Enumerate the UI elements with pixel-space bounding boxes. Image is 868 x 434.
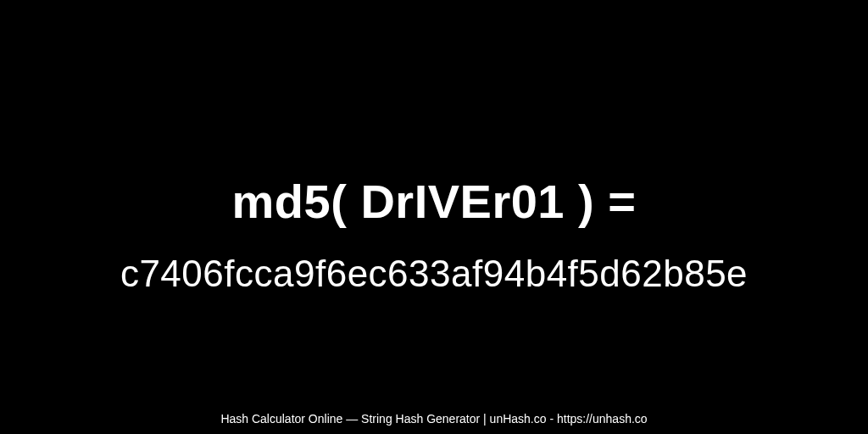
main-content: md5( DrIVEr01 ) = c7406fcca9f6ec633af94b… — [0, 0, 868, 434]
hash-result: c7406fcca9f6ec633af94b4f5d62b85e — [120, 253, 748, 295]
footer-text: Hash Calculator Online — String Hash Gen… — [0, 412, 868, 426]
hash-expression: md5( DrIVEr01 ) = — [232, 174, 637, 229]
